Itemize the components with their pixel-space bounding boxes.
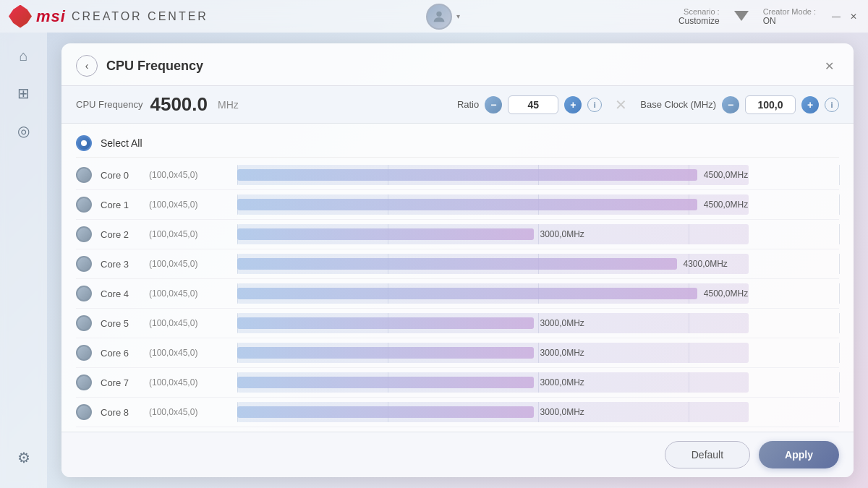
close-window-button[interactable]: ✕ [848,11,859,22]
core-8-radio[interactable] [76,404,92,420]
cpu-frequency-bar: CPU Frequency 4500.0 MHz Ratio − + i ✕ B… [61,86,854,124]
base-clock-decrease-button[interactable]: − [722,96,739,114]
table-row: Core 7(100,0x45,0)3000,0MHz [76,368,839,398]
core-2-radio[interactable] [76,226,92,242]
ratio-input[interactable] [508,95,558,114]
core-7-params: (100,0x45,0) [149,377,229,388]
core-8-bar-container: 3000,0MHz [237,402,839,422]
core-7-mhz-label: 3000,0MHz [540,377,584,388]
ratio-decrease-button[interactable]: − [485,96,502,114]
core-3-params: (100,0x45,0) [149,259,229,269]
base-clock-info-icon[interactable]: i [825,98,839,112]
titlebar-right: Scenario : Customize Creator Mode : ON —… [678,7,859,26]
table-row: Core 2(100,0x45,0)3000,0MHz [76,220,839,249]
core-2-bar-container: 3000,0MHz [237,224,839,244]
table-row: Core 5(100,0x45,0)3000,0MHz [76,309,839,338]
core-4-name: Core 4 [101,288,140,299]
core-6-bar-fill [237,347,534,359]
base-clock-section: Base Clock (MHz) − + i [640,95,839,114]
table-row: Core 0(100,0x45,0)4500,0MHz [76,160,839,190]
app-body: ⌂ ⊞ ◎ ⚙ ‹ CPU Frequency ✕ CPU Frequency … [0,33,868,488]
msi-text-label: msi [36,7,66,26]
select-all-row: Select All [76,129,839,158]
scenario-label: Scenario : [678,7,720,16]
minimize-button[interactable]: — [830,11,842,22]
ratio-info-icon[interactable]: i [587,98,602,112]
dialog-header: ‹ CPU Frequency ✕ [61,43,854,86]
table-row: Core 1(100,0x45,0)4500,0MHz [76,190,839,220]
titlebar: msi CREATOR CENTER ▾ Scenario : Customiz… [0,0,868,33]
core-2-mhz-label: 3000,0MHz [540,229,584,239]
content-area: ‹ CPU Frequency ✕ CPU Frequency 4500.0 M… [47,33,868,488]
table-row: Core 6(100,0x45,0)3000,0MHz [76,338,839,368]
core-7-name: Core 7 [101,377,140,388]
core-8-params: (100,0x45,0) [149,407,229,417]
base-clock-input[interactable] [745,95,796,114]
apply-button[interactable]: Apply [759,441,839,468]
sidebar-item-settings[interactable]: ⚙ [8,442,40,474]
core-3-mhz-label: 4300,0MHz [684,259,728,269]
avatar[interactable] [426,4,452,30]
core-4-radio[interactable] [76,286,92,301]
core-2-bar-fill [237,228,534,241]
core-8-bar-fill [237,406,534,419]
msi-logo: msi [9,5,66,28]
sidebar-item-home[interactable]: ⌂ [8,40,40,72]
core-1-bar-fill [237,199,697,211]
core-6-params: (100,0x45,0) [149,348,229,358]
core-3-radio[interactable] [76,256,92,272]
core-1-bar-container: 4500,0MHz [237,194,839,215]
core-4-bar-container: 4500,0MHz [237,283,839,304]
msi-dragon-icon [9,5,32,28]
table-row: Core 4(100,0x45,0)4500,0MHz [76,279,839,309]
select-all-label: Select All [101,137,142,149]
back-button[interactable]: ‹ [76,55,98,77]
select-all-radio[interactable] [76,135,92,151]
ratio-section: Ratio − + i [457,95,602,114]
core-2-name: Core 2 [101,229,140,240]
table-row: Core 3(100,0x45,0)4300,0MHz [76,249,839,279]
default-button[interactable]: Default [665,441,750,468]
core-4-params: (100,0x45,0) [149,288,229,299]
core-1-mhz-label: 4500,0MHz [704,200,748,210]
core-7-bar-fill [237,377,534,389]
cpu-freq-label: CPU Frequency [76,99,142,110]
scenario-dropdown-icon[interactable] [734,11,749,22]
core-0-radio[interactable] [76,167,92,183]
dialog-title: CPU Frequency [106,59,810,74]
ratio-increase-button[interactable]: + [564,96,582,114]
titlebar-center: ▾ [426,4,460,30]
core-7-radio[interactable] [76,374,92,390]
dialog-close-button[interactable]: ✕ [819,56,839,76]
cpu-freq-unit: MHz [218,99,239,111]
core-0-mhz-label: 4500,0MHz [704,170,748,180]
core-1-name: Core 1 [101,200,140,210]
sidebar-item-apps[interactable]: ⊞ [8,77,40,109]
core-0-bar-fill [237,169,697,181]
creator-mode-value: ON [763,16,776,26]
svg-marker-1 [734,11,749,21]
creator-center-label: CREATOR CENTER [72,10,208,23]
core-1-radio[interactable] [76,197,92,213]
titlebar-left: msi CREATOR CENTER [9,5,208,28]
svg-point-0 [437,11,442,16]
core-5-mhz-label: 3000,0MHz [540,318,584,328]
ratio-label: Ratio [457,99,479,110]
core-5-bar-container: 3000,0MHz [237,313,839,333]
table-row: Core 8(100,0x45,0)3000,0MHz [76,398,839,427]
core-4-bar-fill [237,288,697,300]
user-dropdown-icon[interactable]: ▾ [456,12,460,20]
dialog-footer: Default Apply [61,432,854,477]
core-8-mhz-label: 3000,0MHz [540,407,584,417]
core-5-params: (100,0x45,0) [149,318,229,328]
core-3-bar-container: 4300,0MHz [237,254,839,274]
sidebar-item-user[interactable]: ◎ [8,115,40,147]
scenario-info: Scenario : Customize [678,7,720,26]
base-clock-increase-button[interactable]: + [801,96,819,114]
core-3-bar-fill [237,258,677,270]
core-6-name: Core 6 [101,348,140,359]
core-6-radio[interactable] [76,345,92,361]
core-5-radio[interactable] [76,315,92,331]
core-2-params: (100,0x45,0) [149,229,229,239]
creator-mode-info: Creator Mode : ON [763,7,816,26]
